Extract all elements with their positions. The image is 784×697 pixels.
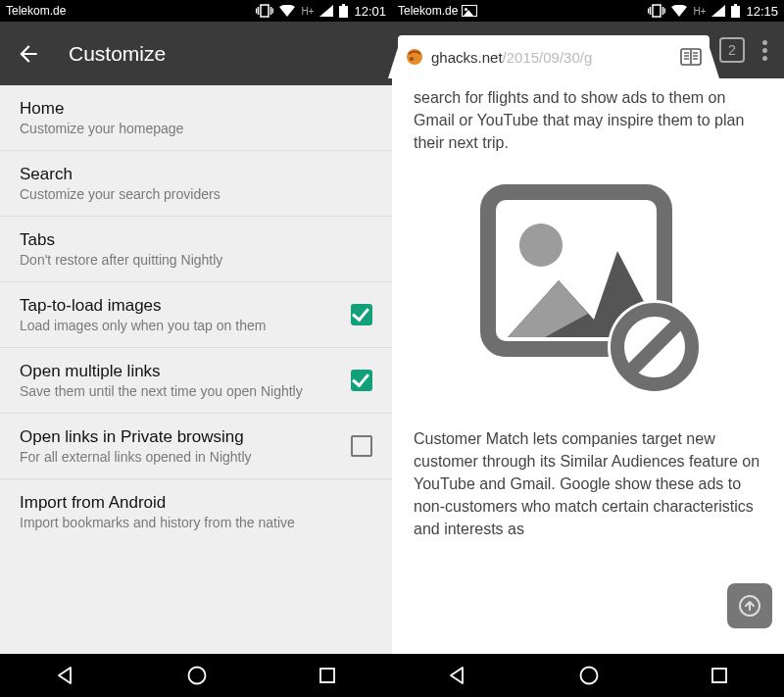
- carrier-label: Telekom.de: [398, 4, 458, 18]
- url-bar[interactable]: ghacks.net/2015/09/30/g: [398, 35, 710, 78]
- row-sub: Import bookmarks and history from the na…: [20, 515, 372, 530]
- svg-rect-8: [320, 669, 334, 682]
- triangle-back-icon: [55, 665, 76, 686]
- favicon-icon: [406, 48, 423, 66]
- image-blocked-icon: [470, 182, 706, 398]
- clock-label: 12:01: [354, 4, 386, 19]
- row-label: Tap-to-load images: [20, 296, 339, 316]
- status-icons: H+: [648, 4, 740, 18]
- svg-point-27: [519, 224, 563, 267]
- settings-row-private-browsing[interactable]: Open links in Private browsingFor all ex…: [0, 414, 392, 479]
- svg-rect-5: [339, 6, 348, 18]
- battery-icon: [339, 4, 348, 18]
- svg-rect-33: [712, 669, 726, 682]
- svg-point-17: [410, 57, 414, 61]
- triangle-back-icon: [447, 665, 468, 686]
- url-text: ghacks.net/2015/09/30/g: [431, 49, 672, 66]
- image-placeholder: [470, 182, 706, 398]
- settings-row-import[interactable]: Import from AndroidImport bookmarks and …: [0, 479, 392, 544]
- row-sub: Customize your search providers: [20, 186, 372, 202]
- svg-point-32: [581, 668, 598, 684]
- row-label: Tabs: [20, 230, 372, 250]
- row-label: Search: [20, 165, 372, 184]
- nav-bar: [0, 654, 392, 697]
- circle-home-icon: [578, 665, 600, 686]
- svg-rect-14: [731, 6, 740, 18]
- page-content[interactable]: search for flights and to show ads to th…: [392, 78, 784, 654]
- row-sub: For all external links opened in Nightly: [20, 449, 339, 465]
- settings-row-tabs[interactable]: TabsDon't restore after quitting Nightly: [0, 217, 392, 282]
- svg-rect-9: [653, 5, 661, 17]
- url-tab: ghacks.net/2015/09/30/g: [398, 35, 710, 78]
- dot-icon: [762, 56, 767, 61]
- dot-icon: [762, 40, 767, 45]
- carrier-label: Telekom.de: [6, 4, 66, 18]
- scroll-top-button[interactable]: [727, 583, 772, 628]
- settings-row-multiple-links[interactable]: Open multiple linksSave them until the n…: [0, 348, 392, 414]
- settings-row-home[interactable]: HomeCustomize your homepage: [0, 85, 392, 151]
- tab-count-button[interactable]: 2: [719, 37, 745, 63]
- row-sub: Load images only when you tap on them: [20, 318, 339, 333]
- page-title: Customize: [69, 42, 166, 66]
- vibrate-icon: [648, 4, 665, 18]
- row-label: Open multiple links: [20, 362, 339, 381]
- clock-label: 12:15: [746, 4, 778, 19]
- nav-home-button[interactable]: [186, 665, 208, 686]
- nav-home-button[interactable]: [578, 665, 600, 686]
- wifi-icon: [279, 5, 295, 17]
- row-label: Home: [20, 99, 372, 119]
- square-recents-icon: [318, 666, 337, 685]
- nav-recents-button[interactable]: [710, 666, 729, 685]
- checkbox-checked-icon[interactable]: [351, 304, 372, 325]
- network-type-label: H+: [693, 6, 706, 17]
- nav-bar: [392, 654, 784, 697]
- arrow-left-icon: [16, 41, 41, 67]
- menu-button[interactable]: [755, 40, 774, 61]
- status-icons: H+: [256, 4, 348, 18]
- row-sub: Don't restore after quitting Nightly: [20, 252, 372, 268]
- browser-toolbar: ghacks.net/2015/09/30/g 2: [392, 22, 784, 78]
- row-sub: Save them until the next time you open N…: [20, 383, 339, 399]
- picture-notification-icon: [462, 5, 477, 17]
- svg-point-7: [189, 668, 206, 684]
- right-phone: Telekom.de H+ 12:15 ghacks.net/2015/09/3…: [392, 0, 784, 697]
- article-paragraph: Customer Match lets companies target new…: [414, 427, 762, 541]
- row-sub: Customize your homepage: [20, 121, 372, 136]
- app-bar: Customize: [0, 22, 392, 85]
- nav-back-button[interactable]: [55, 665, 76, 686]
- checkbox-checked-icon[interactable]: [351, 370, 372, 391]
- status-bar: Telekom.de H+ 12:15: [392, 0, 784, 22]
- back-button[interactable]: [16, 41, 41, 67]
- arrow-up-circle-icon: [738, 594, 761, 618]
- settings-list[interactable]: HomeCustomize your homepage SearchCustom…: [0, 85, 392, 654]
- nav-back-button[interactable]: [447, 665, 468, 686]
- status-bar: Telekom.de H+ 12:01: [0, 0, 392, 22]
- battery-icon: [731, 4, 740, 18]
- svg-rect-15: [734, 4, 737, 6]
- square-recents-icon: [710, 666, 729, 685]
- left-phone: Telekom.de H+ 12:01 Customize HomeCustom…: [0, 0, 392, 697]
- svg-rect-6: [342, 4, 345, 6]
- settings-row-tap-to-load[interactable]: Tap-to-load imagesLoad images only when …: [0, 282, 392, 348]
- circle-home-icon: [186, 665, 208, 686]
- reader-mode-icon[interactable]: [680, 48, 702, 66]
- row-label: Open links in Private browsing: [20, 427, 339, 447]
- checkbox-unchecked-icon[interactable]: [351, 435, 372, 457]
- svg-rect-0: [261, 5, 269, 17]
- network-type-label: H+: [301, 6, 314, 17]
- signal-icon: [319, 5, 333, 17]
- article-paragraph: search for flights and to show ads to th…: [414, 86, 762, 155]
- vibrate-icon: [256, 4, 273, 18]
- nav-recents-button[interactable]: [318, 666, 337, 685]
- signal-icon: [711, 5, 725, 17]
- wifi-icon: [671, 5, 687, 17]
- row-label: Import from Android: [20, 493, 372, 513]
- dot-icon: [762, 48, 767, 53]
- settings-row-search[interactable]: SearchCustomize your search providers: [0, 151, 392, 217]
